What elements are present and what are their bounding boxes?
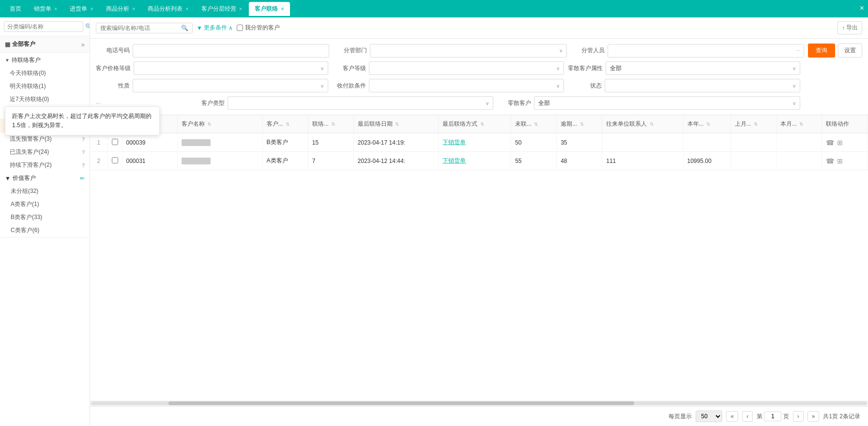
filter-row-3: 性质 ∨ 收付款条件 ∨ 状态	[96, 79, 862, 92]
filter-dept: 分管部门 ∨	[333, 44, 566, 58]
overdue-sort-icon[interactable]: ⇅	[580, 121, 584, 127]
sidebar-item-today[interactable]: 今天待联络(0)	[0, 67, 90, 80]
year-sort-icon[interactable]: ⇅	[706, 121, 710, 127]
more-icon-2[interactable]: ⊞	[837, 157, 843, 165]
sidebar-search-area: 🔍	[0, 17, 90, 36]
toolbar: 🔍 ▼ 更多条件 ∧ 我分管的客户 ↑ 导出	[90, 17, 868, 39]
nav-tab-home[interactable]: 首页	[4, 2, 27, 16]
sidebar-search-icon[interactable]: 🔍	[85, 23, 90, 30]
filter-payment-label: 收付款条件	[332, 82, 366, 90]
retail-arrow-icon: ∨	[792, 101, 796, 106]
sidebar-item-class-b[interactable]: B类客户(33)	[0, 211, 90, 224]
sidebar-item-lost[interactable]: 已流失客户(24) ?	[0, 146, 90, 159]
filter-nature-select[interactable]: ∨	[133, 79, 328, 92]
cmonth-sort-icon[interactable]: ⇅	[799, 121, 803, 127]
row-uncontacted-1: 50	[511, 133, 557, 152]
uncontacted-sort-icon[interactable]: ⇅	[534, 121, 538, 127]
date-sort-icon[interactable]: ⇅	[395, 121, 399, 127]
filter-customer-type-select[interactable]: ∨	[228, 96, 494, 110]
more-icon-1[interactable]: ⊞	[837, 139, 843, 147]
contact-icon-1[interactable]: ☎	[826, 139, 834, 147]
close-sales-tab[interactable]: ×	[54, 6, 57, 12]
filter-payment-select[interactable]: ∨	[369, 79, 564, 92]
sidebar-item-7days[interactable]: 近7天待联络(0)	[0, 93, 90, 106]
row-code-2: 000031	[122, 152, 178, 170]
filter-more-label[interactable]: ···	[96, 100, 101, 106]
filter-status-select[interactable]: ∨	[605, 79, 800, 92]
customer-table: ⚙ 客户编码 ⇅ 客户名称 ⇅	[90, 115, 868, 170]
page-input[interactable]	[764, 411, 781, 421]
next-page-btn[interactable]: ›	[793, 411, 804, 422]
close-all-button[interactable]: ×	[860, 4, 864, 13]
last-method-link-1[interactable]: 下销货单	[442, 139, 466, 146]
my-customer-checkbox[interactable]	[237, 25, 243, 31]
nav-tab-product-analysis[interactable]: 商品分析 ×	[100, 2, 141, 16]
filter-retail-attr: 零散客户属性 全部 ∨	[568, 61, 800, 75]
nature-arrow-icon: ∨	[320, 83, 324, 88]
nav-tab-product-list[interactable]: 商品分析列表 ×	[142, 2, 194, 16]
method-sort-icon[interactable]: ⇅	[480, 121, 484, 127]
first-page-btn[interactable]: «	[726, 411, 738, 422]
horizontal-scrollbar[interactable]	[90, 400, 868, 406]
search-icon[interactable]: 🔍	[181, 25, 188, 31]
contact-icon-2[interactable]: ☎	[826, 157, 834, 165]
content-area: 🔍 ▼ 更多条件 ∧ 我分管的客户 ↑ 导出 电话号码	[90, 17, 868, 426]
scrollbar-thumb[interactable]	[168, 401, 634, 405]
filter-retail-attr-select[interactable]: 全部 ∨	[606, 61, 800, 75]
lmonth-sort-icon[interactable]: ⇅	[754, 121, 758, 127]
nav-tab-customer-tier[interactable]: 客户分层经营 ×	[196, 2, 248, 16]
row-lmonth-1	[731, 133, 776, 152]
close-product-list-tab[interactable]: ×	[185, 6, 188, 12]
sidebar: 🔍 ▦ 全部客户 » ▼ 待联络客户 今天待联络(0) 明天待联络(1) 近7天…	[0, 17, 90, 426]
filter-customer-type-label: 客户类型	[191, 99, 225, 107]
filter-retail-attr-label: 零散客户属性	[568, 64, 603, 73]
row-contact-count-2: 7	[308, 152, 353, 170]
sidebar-item-continuous-down[interactable]: 持续下滑客户(2) ?	[0, 159, 90, 172]
filter-person-select[interactable]: ···	[608, 44, 804, 58]
type-sort-icon[interactable]: ⇅	[286, 121, 289, 127]
filter-price-select[interactable]: ∨	[134, 61, 328, 75]
filter-phone-input[interactable]	[133, 44, 329, 58]
filter-dept-select[interactable]: ∨	[370, 44, 566, 58]
filter-nature: 性质 ∨	[96, 79, 328, 92]
contact-sort-icon[interactable]: ⇅	[331, 121, 335, 127]
filter-level-select[interactable]: ∨	[369, 61, 564, 75]
filter-retail-customer: 零散客户 全部 ∨	[497, 96, 800, 110]
filter-retail-select[interactable]: 全部 ∨	[534, 96, 800, 110]
last-method-link-2[interactable]: 下销货单	[442, 157, 466, 164]
close-product-analysis-tab[interactable]: ×	[132, 6, 135, 12]
sidebar-item-tomorrow[interactable]: 明天待联络(1)	[0, 80, 90, 93]
close-customer-contact-tab[interactable]: ×	[281, 6, 284, 12]
close-purchase-tab[interactable]: ×	[90, 6, 93, 12]
row-2-checkbox[interactable]	[112, 157, 118, 163]
export-button[interactable]: ↑ 导出	[838, 21, 862, 34]
th-action: 联络动作	[822, 115, 868, 133]
row-action-1: ☎ ⊞	[822, 133, 868, 152]
nav-tab-purchase[interactable]: 进货单 ×	[64, 2, 99, 16]
setting-button[interactable]: 设置	[838, 44, 862, 58]
nav-tab-customer-contact[interactable]: 客户联络 ×	[249, 2, 289, 16]
table-area: ⚙ 客户编码 ⇅ 客户名称 ⇅	[90, 115, 868, 400]
last-page-btn[interactable]: »	[807, 411, 820, 422]
edit-value-icon[interactable]: ✏	[80, 175, 85, 182]
sidebar-collapse-btn[interactable]: »	[81, 41, 85, 48]
more-filter-button[interactable]: ▼ 更多条件 ∧	[197, 24, 233, 32]
close-customer-tier-tab[interactable]: ×	[239, 6, 242, 12]
filter-status-label: 状态	[568, 82, 602, 90]
company-sort-icon[interactable]: ⇅	[650, 121, 654, 127]
pagination: 每页显示 50 100 200 « ‹ 第 页 › » 共1页 2条记录	[90, 406, 868, 426]
filter-row-1: 电话号码 分管部门 ∨ 分管人员 ···	[96, 44, 862, 58]
search-input[interactable]	[100, 25, 181, 31]
row-1-checkbox[interactable]	[112, 139, 118, 145]
name-sort-icon[interactable]: ⇅	[207, 121, 211, 127]
th-overdue: 逾期... ⇅	[557, 115, 602, 133]
sidebar-item-ungroup[interactable]: 未分组(32)	[0, 185, 90, 198]
sidebar-item-class-c[interactable]: C类客户(6)	[0, 224, 90, 237]
row-last-method-2: 下销货单	[439, 152, 511, 170]
prev-page-btn[interactable]: ‹	[742, 411, 753, 422]
sidebar-item-class-a[interactable]: A类客户(1)	[0, 198, 90, 211]
query-button[interactable]: 查询	[808, 44, 835, 58]
per-page-select[interactable]: 50 100 200	[696, 411, 722, 422]
sidebar-search-input[interactable]	[4, 21, 83, 32]
nav-tab-sales[interactable]: 销货单 ×	[28, 2, 63, 16]
